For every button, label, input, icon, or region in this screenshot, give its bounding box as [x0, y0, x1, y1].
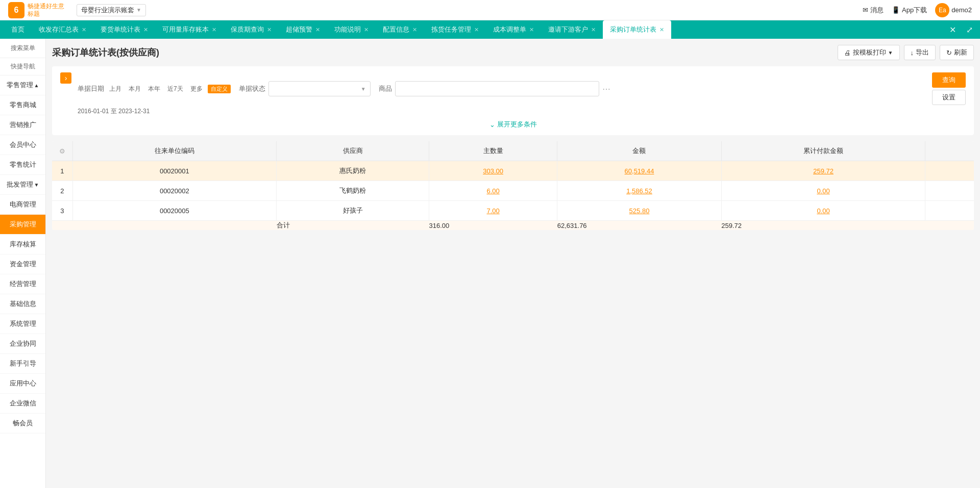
sidebar-item-enterprise-wechat[interactable]: 企业微信 [0, 394, 45, 414]
qty-link[interactable]: 303.00 [483, 167, 503, 175]
tab-purchase-order-stat[interactable]: 采购订单统计表 ✕ [603, 20, 671, 39]
goods-more-icon[interactable]: ⋯ [602, 84, 610, 94]
col-supplier: 供应商 [277, 141, 429, 161]
action-buttons: 查询 设置 [932, 72, 966, 105]
close-icon[interactable]: ✕ [364, 27, 369, 33]
print-button[interactable]: 🖨 按模板打印 ▼ [838, 45, 900, 60]
close-icon[interactable]: ✕ [82, 27, 86, 33]
sidebar-item-ecommerce-mgmt[interactable]: 电商管理 [0, 195, 45, 215]
col-code: 往来单位编码 [72, 141, 277, 161]
user-profile[interactable]: Ea demo2 [935, 3, 972, 17]
date-this-year[interactable]: 本年 [146, 84, 162, 94]
filter-main-row: 单据日期 上月 本月 本年 近7天 更多 自定义 单据状态 [78, 72, 966, 105]
sidebar-item-wholesale-mgmt[interactable]: 批发管理 ▼ [0, 175, 45, 195]
close-tab-button[interactable]: ✕ [946, 24, 959, 36]
sidebar: 搜索菜单 快捷导航 零售管理 ▲ 零售商城 营销推广 会员中心 零售统计 批发管… [0, 39, 46, 488]
status-select[interactable]: ▼ [268, 81, 371, 96]
tab-overstock-warning[interactable]: 超储预警 ✕ [279, 20, 327, 39]
sidebar-item-system-mgmt[interactable]: 系统管理 [0, 314, 45, 334]
sidebar-item-retail-mall[interactable]: 零售商城 [0, 95, 45, 115]
close-icon[interactable]: ✕ [143, 27, 148, 33]
date-last-month[interactable]: 上月 [107, 84, 124, 94]
date-custom-tag[interactable]: 自定义 [208, 85, 231, 93]
chevron-down-icon: ▼ [136, 7, 141, 13]
col-qty: 主数量 [429, 141, 557, 161]
col-spacer [925, 141, 974, 161]
sidebar-item-purchase-mgmt[interactable]: 采购管理 [0, 215, 45, 235]
date-more[interactable]: 更多 [188, 84, 205, 94]
qty-link[interactable]: 6.00 [486, 187, 499, 195]
sidebar-item-vip-member[interactable]: 畅会员 [0, 414, 45, 433]
tab-usable-stock[interactable]: 可用量库存账本 ✕ [155, 20, 224, 39]
date-7days[interactable]: 近7天 [165, 84, 185, 94]
page-actions: 🖨 按模板打印 ▼ ↓ 导出 ↻ 刷新 [838, 45, 974, 60]
export-icon: ↓ [911, 49, 914, 57]
sidebar-menu: 零售管理 ▲ 零售商城 营销推广 会员中心 零售统计 批发管理 ▼ 电商管理 采… [0, 75, 45, 488]
chevron-right-icon: › [65, 74, 67, 82]
close-icon[interactable]: ✕ [212, 27, 216, 33]
close-icon[interactable]: ✕ [591, 27, 596, 33]
sidebar-item-enterprise-collab[interactable]: 企业协同 [0, 334, 45, 354]
message-button[interactable]: ✉ 消息 [863, 6, 884, 15]
amount-link[interactable]: 60,519.44 [625, 167, 654, 175]
close-icon[interactable]: ✕ [412, 27, 417, 33]
goods-input[interactable] [395, 81, 599, 96]
avatar: Ea [935, 3, 949, 17]
tab-order-summary[interactable]: 要货单统计表 ✕ [93, 20, 155, 39]
tab-receive-summary[interactable]: 收发存汇总表 ✕ [32, 20, 93, 39]
col-paid: 累计付款金额 [721, 141, 925, 161]
refresh-button[interactable]: ↻ 刷新 [940, 45, 974, 60]
amount-link[interactable]: 525.80 [629, 207, 650, 215]
sidebar-item-basic-info[interactable]: 基础信息 [0, 294, 45, 314]
close-icon[interactable]: ✕ [267, 27, 272, 33]
main-layout: 搜索菜单 快捷导航 零售管理 ▲ 零售商城 营销推广 会员中心 零售统计 批发管… [0, 39, 980, 488]
sidebar-item-operations-mgmt[interactable]: 经营管理 [0, 274, 45, 294]
tab-pickup-task[interactable]: 拣货任务管理 ✕ [424, 20, 486, 39]
date-range-display: 2016-01-01 至 2023-12-31 [78, 107, 966, 116]
amount-link[interactable]: 1,586.52 [626, 187, 652, 195]
qty-link[interactable]: 7.00 [486, 207, 499, 215]
expand-more-button[interactable]: ⌄ 展开更多条件 [60, 120, 966, 129]
tab-config-info[interactable]: 配置信息 ✕ [376, 20, 424, 39]
col-amount: 金额 [557, 141, 721, 161]
sidebar-item-inventory-check[interactable]: 库存核算 [0, 235, 45, 254]
close-icon[interactable]: ✕ [659, 27, 664, 33]
sidebar-item-new-user-guide[interactable]: 新手引导 [0, 354, 45, 374]
paid-link[interactable]: 0.00 [817, 187, 829, 195]
tab-function-desc[interactable]: 功能说明 ✕ [327, 20, 376, 39]
close-icon[interactable]: ✕ [529, 27, 534, 33]
query-button[interactable]: 查询 [932, 72, 966, 88]
sidebar-item-app-center[interactable]: 应用中心 [0, 374, 45, 394]
sidebar-item-quick-nav[interactable]: 快捷导航 [0, 58, 45, 75]
tab-home[interactable]: 首页 [4, 20, 32, 39]
page-title: 采购订单统计表(按供应商) [52, 46, 159, 59]
sidebar-item-marketing[interactable]: 营销推广 [0, 115, 45, 135]
setting-icon[interactable]: ⚙ [59, 147, 65, 155]
filter-toggle-button[interactable]: › [60, 72, 71, 84]
col-setting: ⚙ [52, 141, 72, 161]
app-download-button[interactable]: 📱 App下载 [892, 6, 927, 15]
date-this-month[interactable]: 本月 [127, 84, 143, 94]
download-icon: 📱 [892, 6, 900, 14]
sidebar-item-retail-stats[interactable]: 零售统计 [0, 155, 45, 175]
print-icon: 🖨 [844, 49, 851, 57]
sidebar-item-member-center[interactable]: 会员中心 [0, 135, 45, 155]
tab-warranty-query[interactable]: 保质期查询 ✕ [224, 20, 279, 39]
top-bar: 6 畅捷通好生意 标题 母婴行业演示账套 ▼ ✉ 消息 📱 App下载 Ea d… [0, 0, 980, 20]
setting-button[interactable]: 设置 [932, 90, 966, 105]
sidebar-item-retail-mgmt[interactable]: 零售管理 ▲ [0, 75, 45, 95]
tab-cost-adjust[interactable]: 成本调整单 ✕ [486, 20, 541, 39]
message-icon: ✉ [863, 6, 868, 14]
close-icon[interactable]: ✕ [474, 27, 479, 33]
close-icon[interactable]: ✕ [315, 27, 320, 33]
tab-invite-downstream[interactable]: 邀请下游客户 ✕ [541, 20, 603, 39]
export-button[interactable]: ↓ 导出 [904, 45, 936, 60]
paid-link[interactable]: 0.00 [817, 207, 829, 215]
paid-link[interactable]: 259.72 [813, 167, 834, 175]
workspace-selector[interactable]: 母婴行业演示账套 ▼ [77, 4, 146, 16]
table-row: 2 00020002 飞鹤奶粉 6.00 1,586.52 0.00 [52, 181, 974, 201]
sidebar-item-capital-mgmt[interactable]: 资金管理 [0, 254, 45, 274]
restore-tab-button[interactable]: ⤢ [963, 24, 976, 36]
sidebar-item-search[interactable]: 搜索菜单 [0, 39, 45, 58]
table-footer-row: 合计 316.00 62,631.76 259.72 [52, 221, 974, 230]
